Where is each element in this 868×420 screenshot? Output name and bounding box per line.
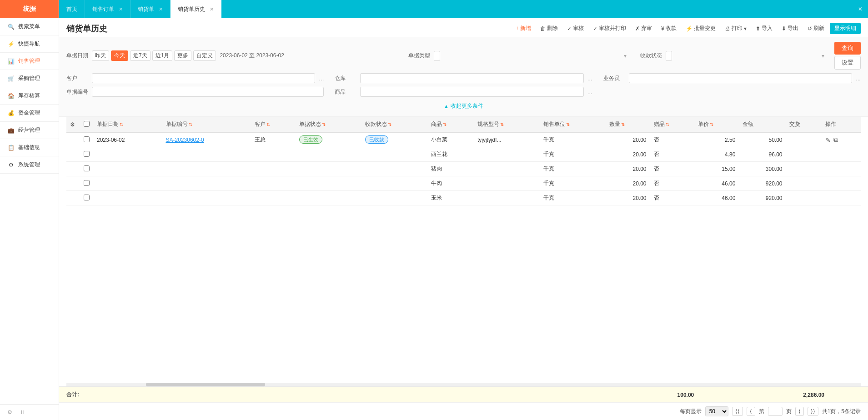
- tab-delivery-history-close[interactable]: ✕: [210, 6, 214, 12]
- row-checkbox[interactable]: [84, 151, 90, 157]
- cart-icon: 🛒: [7, 75, 15, 82]
- prev-page-button[interactable]: ⟨: [747, 407, 755, 416]
- sidebar-item-purchase-mgmt[interactable]: 🛒 采购管理: [0, 70, 59, 87]
- doc-no-link[interactable]: SA-20230602-0: [166, 137, 204, 143]
- edit-button[interactable]: ✎: [825, 136, 831, 144]
- collect-button[interactable]: ¥ 收款: [657, 23, 680, 34]
- col-goods[interactable]: 商品⇅: [427, 117, 474, 132]
- sidebar-item-finance-mgmt[interactable]: 💰 资金管理: [0, 105, 59, 122]
- page-input[interactable]: 1: [768, 407, 783, 416]
- sidebar-item-system-mgmt[interactable]: ⚙ 系统管理: [0, 156, 59, 174]
- filter-group-doc-no: 单据编号: [66, 87, 324, 97]
- warehouse-label: 仓库: [335, 75, 356, 82]
- last-page-button[interactable]: ⟩⟩: [808, 407, 818, 416]
- export-button[interactable]: ⬇ 导出: [778, 23, 802, 34]
- col-doc-no[interactable]: 单据编号⇅: [162, 117, 251, 132]
- row-payment-status: 已收款: [361, 132, 427, 147]
- sidebar-item-inventory[interactable]: 🏠 库存核算: [0, 87, 59, 105]
- abandon-button[interactable]: ✗ 弃审: [632, 23, 656, 34]
- tab-delivery-history[interactable]: 销货单历史 ✕: [171, 0, 221, 18]
- tab-delivery-close[interactable]: ✕: [159, 6, 163, 12]
- customer-input[interactable]: [92, 73, 315, 83]
- date-btn-yesterday[interactable]: 昨天: [92, 50, 109, 61]
- col-payment-status[interactable]: 收款状态⇅: [361, 117, 427, 132]
- col-op-label: 操作: [825, 121, 836, 127]
- col-gift[interactable]: 赠品⇅: [650, 117, 695, 132]
- row-doc-status: 已生效: [296, 132, 361, 147]
- customer-ellipsis-button[interactable]: ...: [319, 75, 324, 82]
- tab-sales-order-close[interactable]: ✕: [119, 6, 123, 12]
- sidebar-item-ops-mgmt[interactable]: 💼 经营管理: [0, 122, 59, 139]
- tab-delivery-history-label: 销货单历史: [178, 5, 205, 13]
- query-button[interactable]: 查询: [834, 42, 861, 55]
- new-button[interactable]: + 新增: [512, 23, 535, 34]
- warehouse-ellipsis-button[interactable]: ...: [587, 75, 592, 82]
- audit-print-button[interactable]: ✓ 审核并打印: [589, 23, 630, 34]
- main-area: 首页 销售订单 ✕ 销货单 ✕ 销货单历史 ✕ ✕ 销货单历史 + 新增 🗑 删…: [59, 0, 868, 420]
- warehouse-input[interactable]: [360, 73, 583, 83]
- doc-no-input[interactable]: [92, 87, 324, 97]
- goods-input[interactable]: [360, 87, 583, 97]
- row-settings: [66, 147, 80, 162]
- refresh-button[interactable]: ↺ 刷新: [804, 23, 828, 34]
- row-checkbox[interactable]: [84, 180, 90, 186]
- tab-home[interactable]: 首页: [59, 0, 85, 18]
- sidebar-item-sales-mgmt[interactable]: 📊 销售管理: [0, 53, 59, 70]
- col-doc-date[interactable]: 单据日期⇅: [93, 117, 162, 132]
- col-customer[interactable]: 客户⇅: [251, 117, 296, 132]
- next-page-button[interactable]: ⟩: [795, 407, 804, 416]
- batch-change-button[interactable]: ⚡ 批量变更: [682, 23, 719, 34]
- salesperson-input[interactable]: [629, 73, 852, 83]
- display-button[interactable]: 显示明细: [830, 23, 861, 34]
- salesperson-ellipsis-button[interactable]: ...: [856, 75, 861, 82]
- sidebar-item-quick-nav[interactable]: ⚡ 快捷导航: [0, 35, 59, 53]
- doc-type-select[interactable]: [434, 51, 440, 61]
- row-checkbox[interactable]: [84, 195, 90, 200]
- goods-ellipsis-button[interactable]: ...: [587, 89, 592, 95]
- audit-button[interactable]: ✓ 审核: [563, 23, 587, 34]
- row-checkbox[interactable]: [84, 165, 90, 171]
- col-qty[interactable]: 数量⇅: [606, 117, 650, 132]
- print-button[interactable]: 🖨 打印 ▾: [721, 23, 750, 34]
- filter-group-warehouse: 仓库 ...: [335, 73, 592, 83]
- date-btn-custom[interactable]: 自定义: [193, 50, 216, 61]
- copy-button[interactable]: ⧉: [833, 136, 838, 144]
- sidebar-settings-icon[interactable]: ⚙: [7, 409, 12, 415]
- payment-status-select[interactable]: [666, 51, 672, 61]
- row-checkbox[interactable]: [84, 136, 90, 142]
- row-gift: 否: [650, 176, 695, 191]
- date-btn-7days[interactable]: 近7天: [130, 50, 151, 61]
- col-gift-label: 赠品: [654, 121, 665, 127]
- row-price: 46.00: [694, 176, 739, 191]
- row-doc-date: [93, 147, 162, 162]
- sidebar-item-search-menu[interactable]: 🔍 搜索菜单: [0, 18, 59, 35]
- col-price[interactable]: 单价⇅: [694, 117, 739, 132]
- table-row: 牛肉 千克 20.00 否 46.00 920.00: [66, 176, 861, 191]
- scrollbar-thumb[interactable]: [146, 383, 265, 386]
- customer-label: 客户: [66, 75, 88, 82]
- collapse-button[interactable]: ▲ 收起更多条件: [66, 100, 861, 112]
- row-checkbox-cell: [80, 176, 93, 191]
- horizontal-scrollbar[interactable]: [66, 383, 861, 386]
- topbar-close-icon[interactable]: ✕: [858, 6, 863, 12]
- import-button[interactable]: ⬆ 导入: [752, 23, 776, 34]
- tab-delivery[interactable]: 销货单 ✕: [130, 0, 171, 18]
- sidebar-item-label: 搜索菜单: [18, 23, 40, 30]
- select-all-checkbox[interactable]: [84, 121, 90, 127]
- tab-sales-order[interactable]: 销售订单 ✕: [85, 0, 130, 18]
- sidebar-item-basic-info[interactable]: 📋 基础信息: [0, 139, 59, 156]
- page-size-select[interactable]: 50 100 200: [705, 406, 728, 416]
- first-page-button[interactable]: ⟨⟨: [732, 407, 743, 416]
- sidebar-toggle-icon[interactable]: ⏸: [20, 409, 25, 415]
- date-btn-1month[interactable]: 近1月: [152, 50, 173, 61]
- row-customer: [251, 191, 296, 205]
- col-unit[interactable]: 销售单位⇅: [540, 117, 606, 132]
- set-button[interactable]: 设置: [834, 56, 861, 70]
- col-settings[interactable]: ⚙: [66, 117, 80, 132]
- col-doc-status[interactable]: 单据状态⇅: [296, 117, 361, 132]
- delete-button[interactable]: 🗑 删除: [537, 23, 562, 34]
- col-spec[interactable]: 规格型号⇅: [474, 117, 540, 132]
- date-btn-today[interactable]: 今天: [111, 50, 128, 61]
- date-btn-more[interactable]: 更多: [174, 50, 191, 61]
- page-header: 销货单历史 + 新增 🗑 删除 ✓ 审核 ✓ 审核并打印 ✗ 弃审: [59, 18, 868, 37]
